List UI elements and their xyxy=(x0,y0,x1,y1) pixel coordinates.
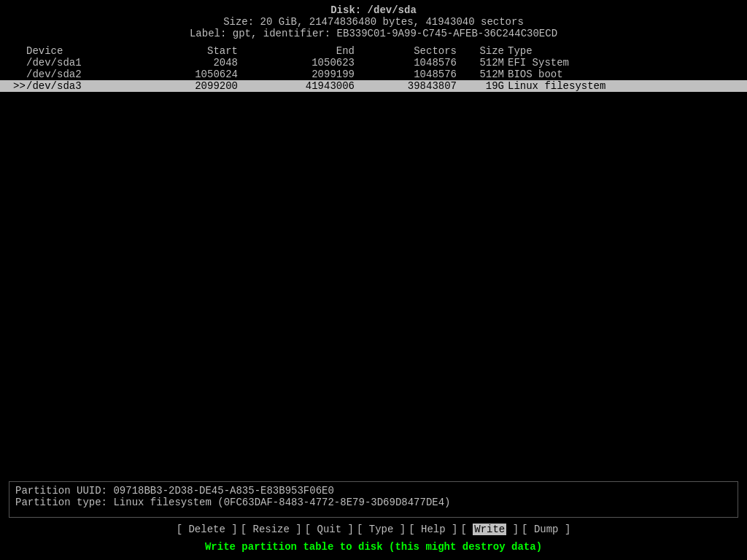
col-header-end: End xyxy=(245,45,362,57)
row-size-2: 512M xyxy=(464,69,508,80)
row-indicator-1 xyxy=(13,57,26,69)
info-box: Partition UUID: 09718BB3-2D38-DE45-A835-… xyxy=(9,481,738,518)
menu-resize[interactable]: [ Resize ] xyxy=(241,524,302,535)
partition-type: Partition type: Linux filesystem (0FC63D… xyxy=(15,497,732,508)
menu-type[interactable]: [ Type ] xyxy=(357,524,406,535)
row-type-1: EFI System xyxy=(508,57,734,69)
col-header-size: Size xyxy=(464,45,508,57)
menu-help[interactable]: [ Help ] xyxy=(409,524,457,535)
col-header-type: Type xyxy=(508,45,734,57)
menu-dump[interactable]: [ Dump ] xyxy=(522,524,570,535)
row-device-2: /dev/sda2 xyxy=(26,69,128,80)
partition-table: Device Start End Sectors Size Type /dev/… xyxy=(0,45,747,92)
row-sectors-2: 1048576 xyxy=(362,69,464,80)
menu-delete[interactable]: [ Delete ] xyxy=(177,524,238,535)
col-header-start: Start xyxy=(128,45,245,57)
partition-uuid: Partition UUID: 09718BB3-2D38-DE45-A835-… xyxy=(15,485,732,497)
row-indicator-2 xyxy=(13,69,26,80)
bottom-area: Partition UUID: 09718BB3-2D38-DE45-A835-… xyxy=(0,481,747,560)
row-device-3: /dev/sda3 xyxy=(26,80,128,92)
disk-title: Disk: /dev/sda xyxy=(0,4,747,16)
row-type-2: BIOS boot xyxy=(508,69,734,80)
row-sectors-1: 1048576 xyxy=(362,57,464,69)
disk-title-text: Disk: /dev/sda xyxy=(330,4,417,16)
row-size-1: 512M xyxy=(464,57,508,69)
menu-bar: [ Delete ] [ Resize ] [ Quit ] [ Type ] … xyxy=(0,518,747,541)
disk-size-line: Size: 20 GiB, 21474836480 bytes, 4194304… xyxy=(0,16,747,28)
row-end-1: 1050623 xyxy=(245,57,362,69)
footer-message: Write partition table to disk (this migh… xyxy=(0,541,747,560)
row-size-3: 19G xyxy=(464,80,508,92)
table-header: Device Start End Sectors Size Type xyxy=(0,45,747,57)
disk-label-line: Label: gpt, identifier: EB339C01-9A99-C7… xyxy=(0,28,747,39)
disk-header: Disk: /dev/sda Size: 20 GiB, 21474836480… xyxy=(0,0,747,39)
row-indicator-3: >> xyxy=(13,80,26,92)
menu-write[interactable]: [ Write ] xyxy=(460,524,519,535)
table-row-selected[interactable]: >> /dev/sda3 2099200 41943006 39843807 1… xyxy=(0,80,747,92)
col-header-sectors: Sectors xyxy=(362,45,464,57)
row-sectors-3: 39843807 xyxy=(362,80,464,92)
table-row[interactable]: /dev/sda2 1050624 2099199 1048576 512M B… xyxy=(0,69,747,80)
row-end-3: 41943006 xyxy=(245,80,362,92)
col-header-device: Device xyxy=(26,45,128,57)
screen: Disk: /dev/sda Size: 20 GiB, 21474836480… xyxy=(0,0,747,560)
row-device-1: /dev/sda1 xyxy=(26,57,128,69)
row-start-2: 1050624 xyxy=(128,69,245,80)
table-row[interactable]: /dev/sda1 2048 1050623 1048576 512M EFI … xyxy=(0,57,747,69)
row-start-1: 2048 xyxy=(128,57,245,69)
row-end-2: 2099199 xyxy=(245,69,362,80)
row-type-3: Linux filesystem xyxy=(508,80,734,92)
row-start-3: 2099200 xyxy=(128,80,245,92)
menu-quit[interactable]: [ Quit ] xyxy=(305,524,354,535)
